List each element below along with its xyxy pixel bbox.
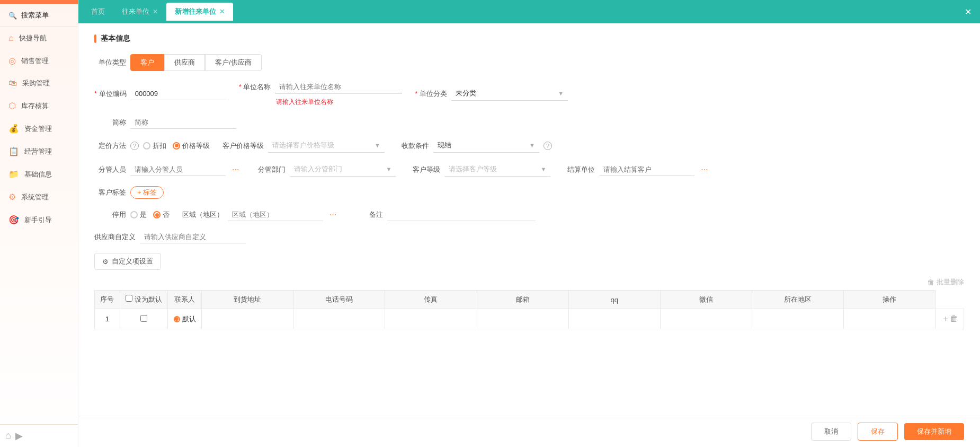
sidebar-home-icon[interactable]: ⌂ [5,430,11,442]
customer-price-field: 客户价格等级 请选择客户价格等级 ▼ [222,138,385,153]
select-all-checkbox[interactable] [126,295,132,302]
customer-price-placeholder: 请选择客户价格等级 [272,141,372,150]
tab-close-counterparty[interactable]: ✕ [153,8,158,15]
sidebar-item-basic-info[interactable]: 📁基础信息 [0,163,78,186]
unit-type-btn-customer[interactable]: 客户 [130,54,164,71]
remark-field: 备注 [351,208,536,221]
save-button[interactable]: 保存 [858,423,898,441]
disabled-no-radio [153,211,161,218]
table-col-header: 联系人 [168,291,202,309]
sidebar-item-quick-nav[interactable]: ⌂快捷导航 [0,27,78,49]
cancel-button[interactable]: 取消 [811,423,851,441]
manager-input[interactable] [130,163,226,176]
supplier-custom-input[interactable] [140,231,246,243]
customer-level-field: 客户等级 请选择客户等级 ▼ [408,162,550,177]
tab-counterparty[interactable]: 往来单位✕ [113,3,166,21]
row-checkbox[interactable] [120,309,168,329]
sidebar-item-inventory[interactable]: ⬡库存核算 [0,94,78,117]
pricing-help-icon[interactable]: ? [130,142,139,150]
sidebar-icon-sales: ◎ [8,56,16,66]
row-address[interactable] [293,309,385,329]
settlement-unit-label: 结算单位 [563,165,595,174]
disabled-yes-option[interactable]: 是 [130,210,147,220]
sidebar-item-operations[interactable]: 📋经营管理 [0,140,78,163]
remark-input[interactable] [387,208,536,221]
sidebar-item-purchase[interactable]: 🛍采购管理 [0,72,78,94]
sidebar-item-finance[interactable]: 💰资金管理 [0,117,78,140]
add-row-button[interactable]: ＋ [941,313,950,325]
delete-row-button[interactable]: 🗑 [950,314,958,323]
save-and-new-button[interactable]: 保存并新增 [904,423,964,440]
unit-category-field: 单位分类 未分类 ▼ [415,86,568,101]
region-label: 区域（地区） [182,210,224,220]
tab-close-new-counterparty[interactable]: ✕ [219,8,225,15]
tab-bar: 首页往来单位✕新增往来单位✕ ✕ [78,0,980,23]
custom-settings-button[interactable]: ⚙ 自定义项设置 [94,253,161,270]
unit-type-row: 单位类型 客户供应商客户/供应商 [94,54,964,71]
pricing-discount-option[interactable]: 折扣 [143,141,166,151]
table-col-header: 电话号码 [293,291,385,309]
payment-terms-select[interactable]: 现结 ▼ [433,138,539,153]
unit-type-btn-both[interactable]: 客户/供应商 [205,54,262,71]
sidebar-icon-purchase: 🛍 [8,78,17,88]
row-contact[interactable] [202,309,293,329]
row-default[interactable]: 默认 [168,309,202,329]
sidebar-item-new-guide[interactable]: 🎯新手引导 [0,208,78,231]
disabled-no-option[interactable]: 否 [153,210,170,220]
unit-category-select[interactable]: 未分类 ▼ [451,86,568,101]
table-col-header: 传真 [385,291,477,309]
pricing-level-option[interactable]: 价格等级 [173,141,210,151]
window-close-button[interactable]: ✕ [960,5,976,19]
sidebar: 🔍 搜索菜单 ⌂快捷导航◎销售管理🛍采购管理⬡库存核算💰资金管理📋经营管理📁基础… [0,0,78,447]
row-select-checkbox[interactable] [140,315,147,322]
unit-code-input[interactable] [131,87,226,100]
payment-terms-help-icon[interactable]: ? [544,142,552,150]
region-input[interactable] [228,208,323,221]
chevron-down-icon2: ▼ [375,142,380,148]
row-wechat[interactable] [752,309,843,329]
sidebar-search[interactable]: 🔍 搜索菜单 [0,4,78,27]
settlement-unit-input[interactable] [599,163,694,176]
sidebar-label-inventory: 库存核算 [21,101,49,111]
table-col-header: qq [568,291,660,309]
sidebar-item-system[interactable]: ⚙系统管理 [0,186,78,208]
sidebar-icon-finance: 💰 [8,124,19,134]
batch-delete-icon: 🗑 [927,278,934,286]
sidebar-bottom: ⌂ ▶ [0,424,78,447]
sidebar-search-label: 搜索菜单 [21,11,49,20]
department-select[interactable]: 请输入分管部门 ▼ [290,162,396,177]
row-email[interactable] [568,309,660,329]
sidebar-expand-icon[interactable]: ▶ [15,430,23,442]
unit-type-btn-supplier[interactable]: 供应商 [164,54,205,71]
unit-name-input[interactable] [275,81,402,93]
region-more-button[interactable]: ··· [327,210,338,220]
customer-level-select[interactable]: 请选择客户等级 ▼ [444,162,550,177]
table-col-header: 所在地区 [752,291,843,309]
batch-delete-label[interactable]: 批量删除 [937,277,964,287]
row-qq[interactable] [660,309,752,329]
manager-label: 分管人员 [94,165,126,174]
sidebar-item-sales[interactable]: ◎销售管理 [0,49,78,72]
unit-category-label: 单位分类 [415,89,447,99]
payment-terms-field: 收款条件 现结 ▼ ? [397,138,552,153]
sidebar-label-finance: 资金管理 [24,124,52,134]
supplier-custom-label: 供应商自定义 [94,232,136,242]
row-region[interactable] [844,309,936,329]
add-tag-button[interactable]: + 标签 [130,186,164,199]
row-fax[interactable] [477,309,568,329]
short-name-input[interactable] [130,116,236,129]
manager-more-button[interactable]: ··· [230,165,241,174]
row-phone[interactable] [385,309,477,329]
section-title-text: 基本信息 [101,34,130,43]
tab-new-counterparty[interactable]: 新增往来单位✕ [166,3,233,21]
footer: 取消 保存 保存并新增 [78,416,980,447]
settlement-more-button[interactable]: ··· [699,165,710,174]
customer-level-placeholder: 请选择客户等级 [449,164,538,174]
chevron-down-icon3: ▼ [529,142,535,148]
pricing-method-label: 定价方法 [94,141,126,151]
pricing-discount-label: 折扣 [153,141,166,151]
customer-price-select[interactable]: 请选择客户价格等级 ▼ [268,138,385,153]
supplier-custom-field: 供应商自定义 [94,231,246,243]
tab-home[interactable]: 首页 [83,3,113,21]
disabled-yes-radio [130,211,138,218]
